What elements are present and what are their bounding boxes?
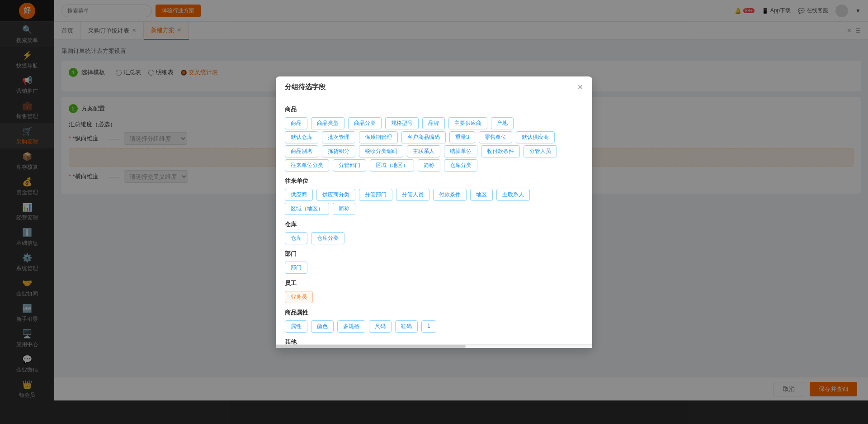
- field-supervisor[interactable]: 分管人员: [524, 145, 557, 157]
- section-title-product: 商品: [285, 105, 583, 114]
- section-title-product-attr: 商品属性: [285, 309, 583, 317]
- section-title-dept: 部门: [285, 250, 583, 258]
- section-title-partner: 往来单位: [285, 177, 583, 185]
- field-customer-code[interactable]: 客户商品编码: [401, 131, 446, 143]
- field-payment-terms[interactable]: 收付款条件: [481, 145, 520, 157]
- scrollbar-thumb: [276, 345, 466, 348]
- field-region[interactable]: 区域（地区）: [370, 159, 414, 172]
- partner-fields-row2: 区域（地区） 简称: [285, 203, 583, 215]
- product-fields-row2: 默认仓库 批次管理 保质期管理 客户商品编码 重量3 零售单位 默认供应商: [285, 131, 583, 143]
- field-product-alias[interactable]: 商品别名: [285, 145, 318, 157]
- field-default-supplier[interactable]: 默认供应商: [516, 131, 555, 143]
- modal-horizontal-scrollbar[interactable]: [276, 344, 592, 348]
- product-fields-row4: 往来单位分类 分管部门 区域（地区） 简称 仓库分类: [285, 159, 583, 172]
- field-supplier-category[interactable]: 供应商分类: [316, 189, 355, 201]
- product-fields: 商品 商品类型 商品分类 规格型号 品牌 主要供应商 产地: [285, 117, 583, 129]
- field-weight[interactable]: 重量3: [449, 131, 475, 143]
- field-warehouse-cat[interactable]: 仓库分类: [311, 232, 344, 244]
- field-origin[interactable]: 产地: [491, 117, 514, 129]
- field-custom1[interactable]: 1: [421, 320, 436, 333]
- modal-body: 商品 商品 商品类型 商品分类 规格型号 品牌 主要供应商 产地 默认仓库 批次…: [276, 98, 592, 344]
- field-attribute[interactable]: 属性: [285, 320, 307, 333]
- modal-header: 分组待选字段 ✕: [276, 76, 592, 98]
- field-shoe-size[interactable]: 鞋码: [395, 320, 418, 333]
- dept-fields: 部门: [285, 262, 583, 274]
- field-retail-unit[interactable]: 零售单位: [479, 131, 512, 143]
- field-pick-points[interactable]: 拣货积分: [322, 145, 355, 157]
- field-dept[interactable]: 部门: [285, 262, 307, 274]
- field-partner-category[interactable]: 往来单位分类: [285, 159, 329, 172]
- field-product[interactable]: 商品: [285, 117, 307, 129]
- field-brand[interactable]: 品牌: [422, 117, 445, 129]
- field-expiry-mgmt[interactable]: 保质期管理: [359, 131, 398, 143]
- field-partner-person[interactable]: 分管人员: [396, 189, 429, 201]
- field-area[interactable]: 地区: [470, 189, 493, 201]
- product-fields-row3: 商品别名 拣货积分 税收分类编码 主联系人 结算单位 收付款条件 分管人员: [285, 145, 583, 157]
- field-warehouse-category[interactable]: 仓库分类: [444, 159, 477, 172]
- field-color[interactable]: 颜色: [311, 320, 334, 333]
- section-title-warehouse: 仓库: [285, 220, 583, 229]
- field-size[interactable]: 尺码: [369, 320, 392, 333]
- field-spec-model[interactable]: 规格型号: [385, 117, 419, 129]
- field-shortname2[interactable]: 简称: [333, 203, 355, 215]
- field-selection-modal: 分组待选字段 ✕ 商品 商品 商品类型 商品分类 规格型号 品牌 主要供应商 产…: [276, 76, 592, 348]
- field-pay-terms[interactable]: 付款条件: [433, 189, 467, 201]
- field-partner-dept[interactable]: 分管部门: [359, 189, 392, 201]
- field-supplier[interactable]: 供应商: [285, 189, 313, 201]
- product-attr-fields: 属性 颜色 多规格 尺码 鞋码 1: [285, 320, 583, 333]
- warehouse-fields: 仓库 仓库分类: [285, 232, 583, 244]
- field-multi-spec[interactable]: 多规格: [337, 320, 365, 333]
- employee-fields: 业务员: [285, 291, 583, 303]
- field-default-warehouse[interactable]: 默认仓库: [285, 131, 318, 143]
- partner-fields: 供应商 供应商分类 分管部门 分管人员 付款条件 地区 主联系人: [285, 189, 583, 201]
- field-main-contact2[interactable]: 主联系人: [496, 189, 530, 201]
- field-settlement-unit[interactable]: 结算单位: [444, 145, 477, 157]
- field-main-supplier[interactable]: 主要供应商: [448, 117, 487, 129]
- modal-overlay: 分组待选字段 ✕ 商品 商品 商品类型 商品分类 规格型号 品牌 主要供应商 产…: [0, 0, 868, 424]
- field-shortname[interactable]: 简称: [418, 159, 440, 172]
- field-salesperson[interactable]: 业务员: [285, 291, 313, 303]
- field-batch-mgmt[interactable]: 批次管理: [322, 131, 355, 143]
- field-dept-mgmt[interactable]: 分管部门: [333, 159, 366, 172]
- modal-close-button[interactable]: ✕: [577, 83, 583, 91]
- field-tax-code[interactable]: 税收分类编码: [359, 145, 403, 157]
- field-warehouse[interactable]: 仓库: [285, 232, 307, 244]
- field-region2[interactable]: 区域（地区）: [285, 203, 329, 215]
- section-title-other: 其他: [285, 338, 583, 344]
- field-product-category[interactable]: 商品分类: [348, 117, 382, 129]
- section-title-employee: 员工: [285, 279, 583, 287]
- modal-title: 分组待选字段: [285, 83, 326, 91]
- field-product-type[interactable]: 商品类型: [311, 117, 344, 129]
- field-main-contact[interactable]: 主联系人: [407, 145, 440, 157]
